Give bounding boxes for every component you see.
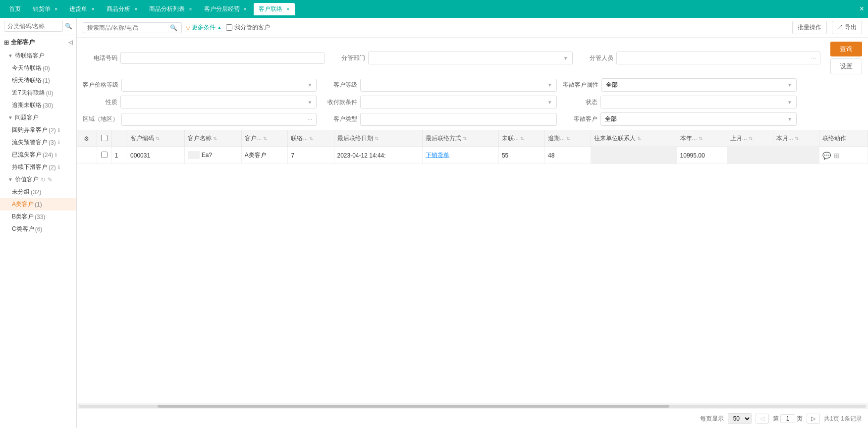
th-no-contact[interactable]: 未联...⇅ bbox=[498, 130, 544, 147]
sidebar-all-customers[interactable]: ⊞ 全部客户 ◁ bbox=[0, 35, 76, 50]
filter-phone-input[interactable] bbox=[120, 52, 325, 64]
filter-price-level-select[interactable]: ▼ bbox=[121, 79, 317, 92]
edit-value-icon[interactable]: ✎ bbox=[48, 176, 53, 183]
filter-search-icon[interactable]: 🔍 bbox=[170, 24, 177, 31]
batch-op-button[interactable]: 批量操作 bbox=[792, 21, 827, 34]
nav-customercontact[interactable]: 客户联络 × bbox=[254, 3, 294, 15]
th-customer-code[interactable]: 客户编码⇅ bbox=[127, 130, 185, 147]
export-button[interactable]: ↗ 导出 bbox=[832, 21, 862, 34]
th-this-month[interactable]: 本月...⇅ bbox=[773, 130, 819, 147]
info-icon-2: ℹ bbox=[58, 140, 60, 145]
nav-purchaseorder[interactable]: 进货单 × bbox=[64, 3, 99, 15]
sidebar-item-class-c[interactable]: C类客户(6) bbox=[0, 223, 76, 235]
close-all-button[interactable]: × bbox=[860, 4, 864, 13]
table-body: 1 000031 Ea? A类客户 7 2023-04-12 14:44: 下销… bbox=[77, 147, 868, 164]
next-page-button[interactable]: ▷ bbox=[807, 414, 820, 424]
nav-home[interactable]: 首页 bbox=[4, 3, 26, 15]
filter-retail-customer-label: 零散客户 bbox=[563, 115, 597, 123]
sidebar-item-today-contact[interactable]: 今天待联络(0) bbox=[0, 62, 76, 74]
filter-nature-select[interactable]: ▼ bbox=[120, 96, 317, 108]
th-settings[interactable]: ⚙ bbox=[77, 130, 97, 147]
th-last-contact-method[interactable]: 最后联络方式⇅ bbox=[422, 130, 498, 147]
row-this-month bbox=[773, 147, 819, 164]
main-layout: 🔍 ⊞ 全部客户 ◁ ▼ 待联络客户 今天待联络(0) 明天待联络(1) 近7天… bbox=[0, 18, 868, 428]
th-overdue[interactable]: 逾期...⇅ bbox=[545, 130, 591, 147]
settings-button[interactable]: 设置 bbox=[830, 58, 862, 74]
info-icon-4: ℹ bbox=[58, 164, 60, 170]
current-page-input[interactable] bbox=[780, 414, 795, 423]
settings-icon[interactable]: ⚙ bbox=[84, 135, 89, 142]
scrollbar-thumb[interactable] bbox=[158, 405, 669, 408]
fold-sidebar-icon[interactable]: ◁ bbox=[68, 39, 72, 46]
sidebar-value-customers-group[interactable]: ▼ 价值客户 ↻ ✎ bbox=[0, 173, 76, 186]
filter-retail-customer-select[interactable]: 全部 ▼ bbox=[600, 112, 797, 126]
my-customers-checkbox[interactable] bbox=[226, 24, 232, 31]
nav-customerlayer[interactable]: 客户分层经营 × bbox=[199, 3, 252, 15]
close-productanalysislist-icon[interactable]: × bbox=[189, 6, 192, 12]
th-last-contact-date[interactable]: 最后联络日期⇅ bbox=[334, 130, 422, 147]
filter-search-input[interactable] bbox=[87, 24, 168, 31]
scrollbar-track[interactable] bbox=[79, 405, 866, 408]
nav-salesorder[interactable]: 销货单 × bbox=[28, 3, 62, 15]
sidebar-item-tomorrow-contact[interactable]: 明天待联络(1) bbox=[0, 74, 76, 87]
row-checkbox[interactable] bbox=[101, 152, 108, 158]
close-salesorder-icon[interactable]: × bbox=[54, 6, 57, 12]
sidebar-item-overdue-contact[interactable]: 逾期未联络(30) bbox=[0, 99, 76, 111]
filter-status-select[interactable]: ▼ bbox=[600, 96, 797, 108]
sidebar-item-class-b[interactable]: B类客户(33) bbox=[0, 211, 76, 223]
th-last-month[interactable]: 上月...⇅ bbox=[727, 130, 773, 147]
th-contact-count[interactable]: 联络...⇅ bbox=[288, 130, 334, 147]
dept-dropdown-icon: ▼ bbox=[563, 55, 568, 61]
filter-search-box[interactable]: 🔍 bbox=[83, 22, 182, 33]
per-page-select[interactable]: 50 bbox=[728, 413, 752, 424]
sidebar-item-repurchase-abnormal[interactable]: 回购异常客户(2)ℹ bbox=[0, 124, 76, 136]
sidebar-item-churned[interactable]: 已流失客户(24)ℹ bbox=[0, 149, 76, 161]
close-productanalysis-icon[interactable]: × bbox=[134, 6, 137, 12]
sidebar-search-input[interactable] bbox=[4, 21, 63, 32]
sidebar-search-icon[interactable]: 🔍 bbox=[65, 23, 72, 30]
filter-retail-attr-select[interactable]: 全部 ▼ bbox=[601, 78, 797, 92]
query-button[interactable]: 查询 bbox=[830, 42, 862, 56]
row-checkbox-cell[interactable] bbox=[97, 147, 111, 164]
filter-more-arrow: ▲ bbox=[217, 25, 222, 30]
row-actions: 💬 ⊞ bbox=[819, 147, 868, 164]
filter-phone-label: 电话号码 bbox=[83, 54, 117, 62]
sidebar-item-7days-contact[interactable]: 近7天待联络(0) bbox=[0, 87, 76, 99]
refresh-value-icon[interactable]: ↻ bbox=[41, 176, 46, 183]
th-this-year[interactable]: 本年...⇅ bbox=[677, 130, 727, 147]
row-last-contact-method[interactable]: 下销货单 bbox=[422, 147, 498, 164]
arrow-down-icon: ▼ bbox=[8, 53, 13, 58]
filter-dept-select[interactable]: ▼ bbox=[368, 52, 572, 64]
chat-action-icon[interactable]: 💬 bbox=[822, 152, 831, 160]
filter-customer-level-select[interactable]: ▼ bbox=[360, 79, 556, 92]
contact-method-link[interactable]: 下销货单 bbox=[426, 152, 449, 159]
filter-payment-select[interactable]: ▼ bbox=[360, 96, 556, 108]
th-customer-type[interactable]: 客户...⇅ bbox=[242, 130, 288, 147]
close-customercontact-icon[interactable]: × bbox=[286, 6, 289, 12]
sidebar-item-churn-warning[interactable]: 流失预警客户(3)ℹ bbox=[0, 136, 76, 149]
close-purchaseorder-icon[interactable]: × bbox=[91, 6, 94, 12]
th-checkbox[interactable] bbox=[97, 130, 111, 147]
grid-action-icon[interactable]: ⊞ bbox=[834, 152, 840, 160]
nav-productanalysislist[interactable]: 商品分析列表 × bbox=[144, 3, 197, 15]
sort-icon-date: ⇅ bbox=[375, 136, 379, 141]
select-all-checkbox[interactable] bbox=[101, 135, 108, 141]
sidebar-item-class-a[interactable]: A类客户(1) bbox=[0, 198, 76, 211]
sort-icon-type: ⇅ bbox=[263, 136, 267, 141]
horizontal-scrollbar[interactable] bbox=[77, 403, 868, 409]
filter-region-select[interactable]: ··· bbox=[121, 113, 317, 126]
sidebar-item-declining[interactable]: 持续下滑客户(2)ℹ bbox=[0, 161, 76, 173]
prev-page-button[interactable]: ◁ bbox=[756, 414, 769, 424]
sidebar-item-unclassified[interactable]: 未分组(32) bbox=[0, 186, 76, 198]
my-customers-checkbox-label[interactable]: 我分管的客户 bbox=[226, 23, 270, 32]
filter-person-select[interactable]: ··· bbox=[616, 52, 820, 64]
th-visit-contact[interactable]: 往来单位联系人⇅ bbox=[591, 130, 677, 147]
close-customerlayer-icon[interactable]: × bbox=[244, 6, 247, 12]
sidebar-problem-customers-group[interactable]: ▼ 问题客户 bbox=[0, 111, 76, 124]
nav-productanalysis[interactable]: 商品分析 × bbox=[102, 3, 142, 15]
filter-more-conditions[interactable]: ▽ 更多条件 ▲ bbox=[186, 23, 222, 32]
sidebar-pending-contact-group[interactable]: ▼ 待联络客户 bbox=[0, 50, 76, 62]
filter-customer-type-select[interactable] bbox=[360, 113, 556, 126]
row-customer-name[interactable]: Ea? bbox=[185, 147, 242, 163]
th-customer-name[interactable]: 客户名称⇅ bbox=[184, 130, 242, 147]
